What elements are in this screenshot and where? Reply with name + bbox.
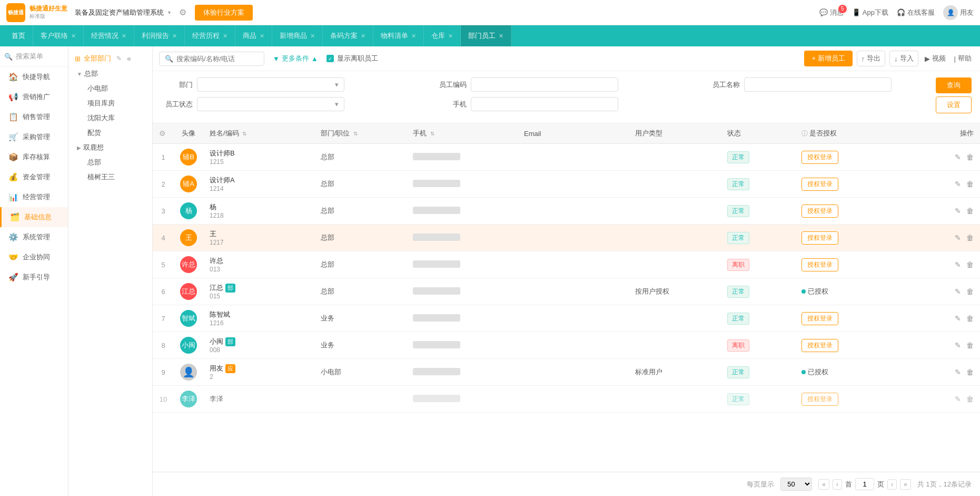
- delete-icon[interactable]: 🗑: [966, 368, 974, 376]
- tab-close-icon[interactable]: ✕: [122, 33, 126, 40]
- tab-close-icon[interactable]: ✕: [223, 33, 227, 40]
- auth-login-btn[interactable]: 授权登录: [801, 339, 838, 352]
- auth-login-btn[interactable]: 授权登录: [801, 178, 838, 191]
- set-btn[interactable]: 设置: [936, 96, 972, 113]
- edit-icon[interactable]: ✎: [955, 234, 961, 242]
- sidebar-item-sales[interactable]: 📋 销售管理: [0, 107, 68, 127]
- tab-bom[interactable]: 物料清单 ✕: [373, 25, 424, 46]
- edit-icon[interactable]: ✎: [955, 260, 961, 269]
- sort-icon[interactable]: ⇅: [242, 131, 246, 137]
- delete-icon[interactable]: 🗑: [966, 260, 974, 269]
- settings-icon[interactable]: ⚙: [179, 7, 186, 17]
- dept-item-project[interactable]: 项目库房: [73, 96, 148, 111]
- sidebar-item-marketing[interactable]: 📢 营销推广: [0, 87, 68, 107]
- sidebar-item-quick-nav[interactable]: 🏠 快捷导航: [0, 67, 68, 87]
- user-avatar[interactable]: 👤 用友: [943, 5, 974, 20]
- dept-collapse-icon[interactable]: «: [127, 54, 131, 63]
- import-btn[interactable]: ↓ 导入: [889, 51, 918, 66]
- sidebar-search[interactable]: 🔍 搜索菜单: [0, 46, 68, 67]
- next-page-btn[interactable]: ›: [887, 479, 897, 490]
- system-dropdown-arrow[interactable]: ▾: [168, 9, 171, 15]
- table-settings-icon[interactable]: ⚙: [159, 129, 166, 138]
- employee-code-input[interactable]: [471, 77, 618, 92]
- sidebar-item-management[interactable]: 📊 经营管理: [0, 187, 68, 207]
- delete-icon[interactable]: 🗑: [966, 180, 974, 188]
- tab-employees[interactable]: 部门员工 ✕: [461, 25, 511, 46]
- phone-input[interactable]: [471, 97, 618, 111]
- employee-status-select[interactable]: ▾: [197, 97, 344, 111]
- edit-icon[interactable]: ✎: [955, 314, 961, 323]
- auth-login-btn[interactable]: 授权登录: [801, 312, 838, 325]
- query-btn[interactable]: 查询: [936, 77, 972, 93]
- col-header-dept[interactable]: 部门/职位 ⇅: [314, 123, 407, 144]
- tab-history[interactable]: 经营历程 ✕: [185, 25, 235, 46]
- edit-icon[interactable]: ✎: [955, 287, 961, 296]
- tab-operation[interactable]: 经营情况 ✕: [84, 25, 134, 46]
- tab-close-icon[interactable]: ✕: [310, 33, 315, 40]
- tab-profit[interactable]: 利润报告 ✕: [134, 25, 185, 46]
- edit-icon[interactable]: ✎: [955, 395, 961, 403]
- sort-icon[interactable]: ⇅: [353, 131, 358, 137]
- tab-new-goods[interactable]: 新增商品 ✕: [272, 25, 323, 46]
- col-header-settings[interactable]: ⚙: [153, 123, 174, 144]
- online-service-btn[interactable]: 🎧 在线客服: [897, 8, 935, 17]
- dept-item-xiaodian[interactable]: 小电部: [73, 81, 148, 96]
- edit-icon[interactable]: ✎: [955, 153, 961, 161]
- sidebar-item-guide[interactable]: 🚀 新手引导: [0, 267, 68, 287]
- tab-close-icon[interactable]: ✕: [448, 33, 453, 40]
- delete-icon[interactable]: 🗑: [966, 395, 974, 403]
- delete-icon[interactable]: 🗑: [966, 207, 974, 215]
- prev-page-btn[interactable]: ‹: [833, 479, 842, 490]
- delete-icon[interactable]: 🗑: [966, 287, 974, 296]
- dept-item-shenyang[interactable]: 沈阳大库: [73, 111, 148, 125]
- export-btn[interactable]: ↑ 导出: [857, 51, 886, 66]
- page-input[interactable]: [855, 478, 874, 490]
- tab-warehouse[interactable]: 仓库 ✕: [424, 25, 461, 46]
- auth-login-btn[interactable]: 授权登录: [801, 231, 838, 245]
- search-box[interactable]: 🔍: [159, 52, 264, 66]
- tab-close-icon[interactable]: ✕: [361, 33, 365, 40]
- edit-icon[interactable]: ✎: [955, 341, 961, 349]
- first-page-btn[interactable]: «: [818, 479, 829, 490]
- col-header-phone[interactable]: 手机 ⇅: [407, 123, 518, 144]
- sidebar-item-purchase[interactable]: 🛒 采购管理: [0, 127, 68, 147]
- sidebar-item-enterprise[interactable]: 🤝 企业协同: [0, 247, 68, 267]
- employee-name-input[interactable]: [744, 77, 892, 92]
- auth-login-btn[interactable]: 授权登录: [801, 151, 838, 164]
- sidebar-item-finance[interactable]: 💰 资金管理: [0, 167, 68, 187]
- tab-close-icon[interactable]: ✕: [172, 33, 177, 40]
- sort-icon[interactable]: ⇅: [430, 131, 434, 137]
- last-page-btn[interactable]: »: [900, 479, 911, 490]
- try-industry-btn[interactable]: 体验行业方案: [195, 5, 253, 21]
- sidebar-item-inventory[interactable]: 📦 库存核算: [0, 147, 68, 167]
- tab-close-icon[interactable]: ✕: [260, 33, 264, 40]
- delete-icon[interactable]: 🗑: [966, 341, 974, 349]
- delete-icon[interactable]: 🗑: [966, 234, 974, 242]
- delete-icon[interactable]: 🗑: [966, 153, 974, 161]
- add-employee-btn[interactable]: + 新增员工: [804, 51, 852, 66]
- dept-item-zhishu[interactable]: 植树王三: [73, 170, 148, 184]
- edit-icon[interactable]: ✎: [955, 368, 961, 376]
- sidebar-item-basic-info[interactable]: 🗂️ 基础信息: [0, 207, 68, 227]
- dept-item-shuanglu[interactable]: ▶ 双鹿想: [73, 140, 148, 155]
- dept-edit-icon[interactable]: ✎: [116, 55, 122, 62]
- search-input[interactable]: [176, 55, 259, 63]
- col-header-name[interactable]: 姓名/编码 ⇅: [203, 123, 314, 144]
- delete-icon[interactable]: 🗑: [966, 314, 974, 323]
- auth-login-btn[interactable]: 授权登录: [801, 393, 838, 406]
- dept-item-general[interactable]: ▼ 总部: [73, 66, 148, 81]
- dept-select[interactable]: ▾: [197, 77, 344, 92]
- page-size-select[interactable]: 50 100 200: [780, 478, 812, 491]
- tab-close-icon[interactable]: ✕: [499, 33, 503, 40]
- help-btn[interactable]: | 帮助: [952, 51, 974, 66]
- view-btn[interactable]: ▶ 视频: [923, 51, 948, 66]
- sidebar-item-system[interactable]: ⚙️ 系统管理: [0, 227, 68, 247]
- edit-icon[interactable]: ✎: [955, 207, 961, 215]
- tab-customer[interactable]: 客户联络 ✕: [33, 25, 84, 46]
- message-btn[interactable]: 💬 消息 5: [819, 8, 844, 17]
- show-resign-checkbox[interactable]: ✓ 显示离职员工: [326, 54, 378, 63]
- auth-login-btn[interactable]: 授权登录: [801, 258, 838, 271]
- dept-item-zongbu[interactable]: 总部: [73, 155, 148, 170]
- dept-item-peihuo[interactable]: 配货: [73, 125, 148, 140]
- tab-close-icon[interactable]: ✕: [411, 33, 416, 40]
